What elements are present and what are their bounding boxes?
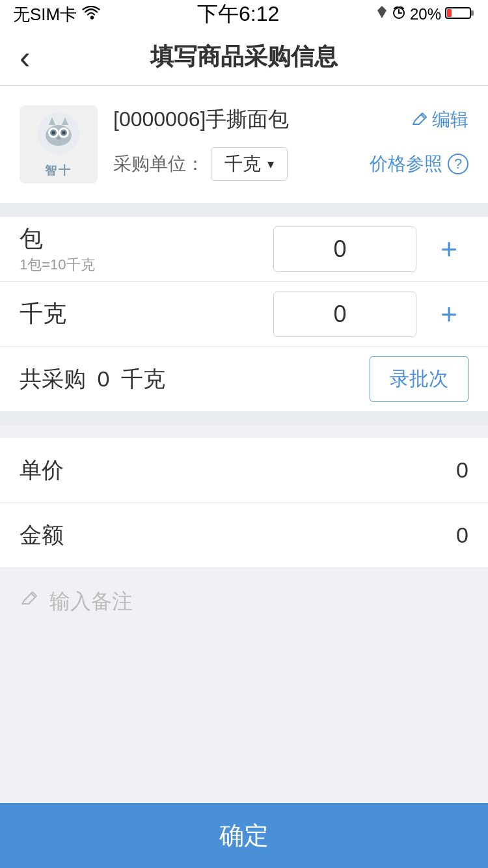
summary-prefix: 共采购 bbox=[20, 366, 86, 391]
bag-plus-button[interactable]: + bbox=[429, 230, 468, 269]
svg-point-12 bbox=[52, 131, 55, 135]
product-logo bbox=[36, 111, 81, 160]
unit-value: 千克 bbox=[224, 152, 261, 176]
sim-text: 无SIM卡 bbox=[13, 3, 77, 26]
bag-input-row: 包 1包=10千克 + bbox=[0, 217, 488, 282]
battery-icon bbox=[445, 5, 475, 25]
svg-rect-5 bbox=[447, 9, 452, 17]
battery-percentage: 20% bbox=[410, 5, 441, 23]
kg-quantity-input[interactable] bbox=[273, 292, 416, 337]
kg-label: 千克 bbox=[20, 298, 124, 330]
summary-row: 共采购 0 千克 录批次 bbox=[0, 347, 488, 412]
input-section: 包 1包=10千克 + 千克 + 共采购 0 千克 录批次 bbox=[0, 217, 488, 412]
amount-row: 金额 0 bbox=[0, 503, 488, 568]
svg-point-13 bbox=[62, 131, 66, 135]
section-divider-1 bbox=[0, 204, 488, 217]
kg-plus-button[interactable]: + bbox=[429, 295, 468, 334]
location-icon bbox=[376, 5, 388, 23]
bag-label-group: 包 1包=10千克 bbox=[20, 223, 124, 275]
kg-label-group: 千克 bbox=[20, 298, 124, 330]
record-batch-button[interactable]: 录批次 bbox=[370, 356, 468, 402]
section-divider-2 bbox=[0, 412, 488, 425]
dropdown-arrow-icon: ▾ bbox=[267, 156, 274, 172]
amount-value: 0 bbox=[456, 522, 468, 548]
back-button[interactable]: ‹ bbox=[20, 38, 31, 76]
summary-text: 共采购 0 千克 bbox=[20, 364, 165, 394]
product-full-name: [0000006]手撕面包 bbox=[113, 105, 289, 134]
nav-bar: ‹ 填写商品采购信息 bbox=[0, 29, 488, 86]
price-section: 单价 0 金额 0 bbox=[0, 438, 488, 568]
wifi-icon bbox=[82, 5, 100, 25]
amount-label: 金额 bbox=[20, 521, 64, 550]
edit-button[interactable]: 编辑 bbox=[411, 107, 468, 132]
purchase-unit-label: 采购单位： bbox=[113, 152, 204, 176]
svg-rect-4 bbox=[470, 10, 474, 16]
bag-input-wrapper: + bbox=[124, 226, 468, 272]
product-name-row: [0000006]手撕面包 编辑 bbox=[113, 105, 468, 134]
product-card: 智十 [0000006]手撕面包 编辑 采购单位： 千克 ▾ bbox=[0, 86, 488, 204]
page-title: 填写商品采购信息 bbox=[150, 41, 338, 73]
kg-input-row: 千克 + bbox=[0, 282, 488, 347]
status-time: 下午6:12 bbox=[197, 0, 279, 29]
price-ref-label: 价格参照 bbox=[370, 152, 442, 176]
remark-placeholder: 输入备注 bbox=[49, 588, 133, 616]
status-right: 20% bbox=[376, 5, 475, 25]
purchase-unit-row: 采购单位： 千克 ▾ 价格参照 ? bbox=[113, 147, 468, 181]
status-bar: 无SIM卡 下午6:12 20% bbox=[0, 0, 488, 29]
brand-text: 智十 bbox=[36, 163, 81, 178]
pencil-icon bbox=[20, 590, 39, 614]
product-image: 智十 bbox=[20, 105, 98, 183]
unit-price-row: 单价 0 bbox=[0, 438, 488, 503]
kg-input-wrapper: + bbox=[124, 292, 468, 337]
unit-price-label: 单价 bbox=[20, 455, 64, 485]
remark-section[interactable]: 输入备注 bbox=[0, 568, 488, 636]
footer-spacer bbox=[0, 636, 488, 766]
bag-unit-label: 1包=10千克 bbox=[20, 255, 124, 275]
bag-label: 包 bbox=[20, 223, 124, 255]
bag-quantity-input[interactable] bbox=[273, 226, 416, 272]
unit-selector[interactable]: 千克 ▾ bbox=[211, 147, 288, 181]
product-info: [0000006]手撕面包 编辑 采购单位： 千克 ▾ 价格参照 ? bbox=[113, 105, 468, 181]
price-ref-button[interactable]: 价格参照 ? bbox=[370, 152, 468, 176]
edit-label: 编辑 bbox=[432, 107, 468, 132]
confirm-button[interactable]: 确定 bbox=[0, 803, 488, 868]
price-ref-help-icon: ? bbox=[448, 154, 468, 174]
summary-unit: 千克 bbox=[121, 366, 165, 391]
unit-price-value: 0 bbox=[456, 457, 468, 483]
status-left: 无SIM卡 bbox=[13, 3, 100, 26]
summary-amount: 0 bbox=[97, 366, 109, 391]
alarm-icon bbox=[392, 5, 406, 23]
